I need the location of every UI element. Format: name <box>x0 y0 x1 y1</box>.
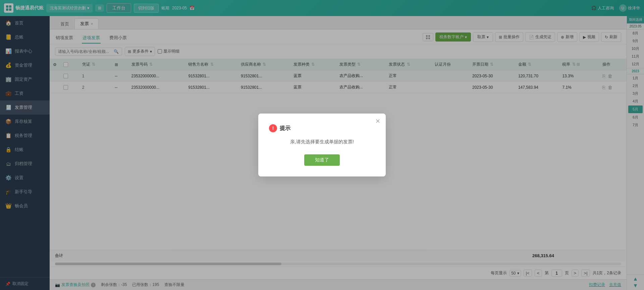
modal-warning-icon: ! <box>269 124 277 132</box>
modal-message: 亲,请先选择要生成单据的发票! <box>269 139 375 145</box>
modal-title-text: 提示 <box>280 125 290 132</box>
modal-title-area: ! 提示 <box>269 124 375 132</box>
modal-dialog: ✕ ! 提示 亲,请先选择要生成单据的发票! 知道了 <box>258 114 386 176</box>
modal-overlay[interactable]: ✕ ! 提示 亲,请先选择要生成单据的发票! 知道了 <box>0 0 644 290</box>
modal-footer: 知道了 <box>269 154 375 166</box>
modal-close-icon[interactable]: ✕ <box>375 118 380 125</box>
modal-ok-button[interactable]: 知道了 <box>304 154 340 166</box>
